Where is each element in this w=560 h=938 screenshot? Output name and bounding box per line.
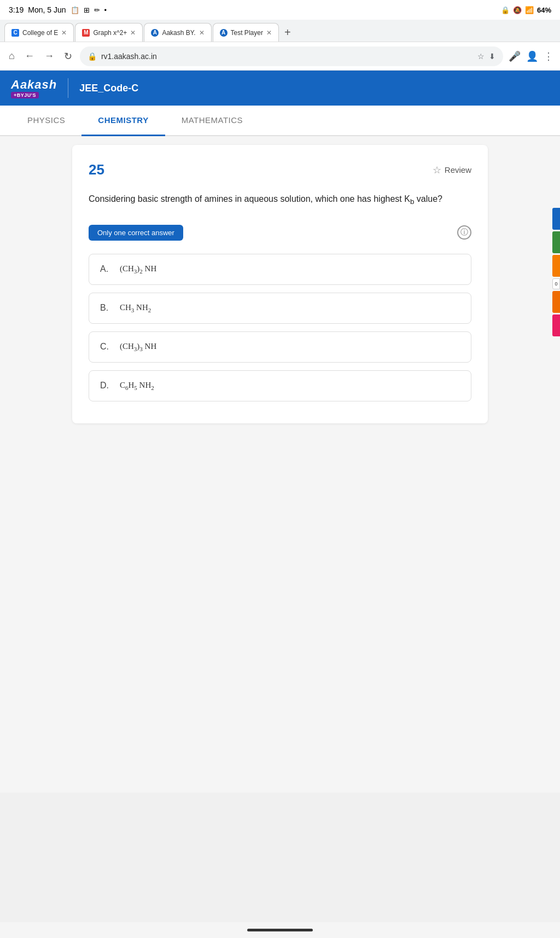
back-button[interactable]: ← xyxy=(22,48,37,64)
question-text-main: Considering basic strength of amines in … xyxy=(89,194,410,203)
forward-button[interactable]: → xyxy=(42,48,56,64)
question-text: Considering basic strength of amines in … xyxy=(89,191,471,208)
side-indicator-orange2 xyxy=(552,291,560,313)
status-left: 3:19 Mon, 5 Jun 📋 ⊞ ✏ • xyxy=(9,5,107,14)
tab-chemistry[interactable]: CHEMISTRY xyxy=(81,106,165,136)
tab-mathematics[interactable]: MATHEMATICS xyxy=(165,106,259,136)
tab-title-college: College of E xyxy=(22,29,58,37)
option-b-text: CH3 NH2 xyxy=(120,303,151,313)
tab-title-testplayer: Test Player xyxy=(231,29,263,37)
option-a[interactable]: A. (CH3)2 NH xyxy=(89,254,471,285)
cast-icon: ⊞ xyxy=(84,6,90,14)
side-indicator-orange xyxy=(552,255,560,277)
review-label: Review xyxy=(445,165,471,174)
side-counter: 0 xyxy=(552,278,560,289)
status-date: Mon, 5 Jun xyxy=(28,5,66,14)
url-bar[interactable]: 🔒 rv1.aakash.ac.in ☆ ⬇ xyxy=(80,46,503,66)
phone-icon: 📋 xyxy=(71,6,79,14)
header-title: JEE_Code-C xyxy=(79,83,138,94)
info-icon[interactable]: ⓘ xyxy=(457,225,471,240)
side-indicator-green xyxy=(552,231,560,253)
pencil-icon: ✏ xyxy=(94,6,100,14)
tab-graph[interactable]: M Graph x^2+ ✕ xyxy=(75,23,143,42)
option-b-label: B. xyxy=(100,303,111,313)
tab-title-graph: Graph x^2+ xyxy=(93,29,127,37)
option-b[interactable]: B. CH3 NH2 xyxy=(89,293,471,324)
option-d-label: D. xyxy=(100,381,111,391)
option-c-label: C. xyxy=(100,342,111,352)
lock-url-icon: 🔒 xyxy=(88,52,97,61)
tab-bar: C College of E ✕ M Graph x^2+ ✕ A Aakash… xyxy=(0,20,560,42)
tab-testplayer[interactable]: A Test Player ✕ xyxy=(213,23,279,42)
dot-icon: • xyxy=(104,6,107,14)
side-indicator-pink xyxy=(552,314,560,336)
download-icon[interactable]: ⬇ xyxy=(489,52,495,61)
tab-favicon-aakash: A xyxy=(151,29,159,37)
option-d-text: C6H5 NH2 xyxy=(120,381,154,391)
bookmark-icon[interactable]: ☆ xyxy=(477,52,485,61)
star-icon: ☆ xyxy=(433,164,441,176)
logo-main-text: Aakash xyxy=(11,78,57,92)
tab-close-testplayer[interactable]: ✕ xyxy=(266,29,272,37)
option-a-text: (CH3)2 NH xyxy=(120,264,156,275)
header-divider xyxy=(68,78,68,98)
question-text-end: value? xyxy=(414,194,442,203)
option-c-text: (CH3)3 NH xyxy=(120,342,156,352)
mic-icon[interactable]: 🎤 xyxy=(509,50,521,62)
tab-college[interactable]: C College of E ✕ xyxy=(4,23,74,42)
question-card: 25 ☆ Review Considering basic strength o… xyxy=(72,145,488,423)
options-list: A. (CH3)2 NH B. CH3 NH2 C. (CH3)3 NH xyxy=(89,254,471,401)
option-c[interactable]: C. (CH3)3 NH xyxy=(89,331,471,363)
tab-close-graph[interactable]: ✕ xyxy=(130,29,136,37)
tab-aakash[interactable]: A Aakash BY. ✕ xyxy=(144,23,211,42)
tab-close-aakash[interactable]: ✕ xyxy=(199,29,205,37)
subject-tabs: PHYSICS CHEMISTRY MATHEMATICS xyxy=(0,106,560,136)
address-bar: ⌂ ← → ↻ 🔒 rv1.aakash.ac.in ☆ ⬇ 🎤 👤 ⋮ xyxy=(0,42,560,71)
tab-close-college[interactable]: ✕ xyxy=(61,29,67,37)
status-right: 🔒 🔕 📶 64% xyxy=(501,6,551,14)
bottom-bar xyxy=(0,922,560,938)
option-d[interactable]: D. C6H5 NH2 xyxy=(89,370,471,401)
logo-byju-text: +BYJU'S xyxy=(11,92,39,98)
question-number: 25 xyxy=(89,161,104,178)
mute-icon: 🔕 xyxy=(513,6,522,14)
home-button[interactable]: ⌂ xyxy=(7,48,17,64)
status-bar: 3:19 Mon, 5 Jun 📋 ⊞ ✏ • 🔒 🔕 📶 64% xyxy=(0,0,560,20)
menu-icon[interactable]: ⋮ xyxy=(544,50,553,62)
aakash-logo: Aakash +BYJU'S xyxy=(11,78,57,98)
tab-favicon-college: C xyxy=(11,29,19,37)
toolbar-icons: 🎤 👤 ⋮ xyxy=(509,50,553,62)
refresh-button[interactable]: ↻ xyxy=(62,48,74,65)
answer-type-row: Only one correct answer ⓘ xyxy=(89,225,471,241)
option-a-label: A. xyxy=(100,264,111,274)
answer-type-badge: Only one correct answer xyxy=(89,225,183,241)
question-header: 25 ☆ Review xyxy=(89,161,471,178)
tab-favicon-testplayer: A xyxy=(220,29,228,37)
review-button[interactable]: ☆ Review xyxy=(433,164,471,176)
new-tab-button[interactable]: + xyxy=(280,26,295,39)
tab-favicon-graph: M xyxy=(82,29,90,37)
aakash-header: Aakash +BYJU'S JEE_Code-C xyxy=(0,71,560,106)
side-indicator-blue xyxy=(552,208,560,230)
bottom-indicator xyxy=(247,929,313,931)
url-text: rv1.aakash.ac.in xyxy=(101,52,473,61)
lock-icon: 🔒 xyxy=(501,6,510,14)
main-content: 25 ☆ Review Considering basic strength o… xyxy=(0,136,560,793)
tab-physics[interactable]: PHYSICS xyxy=(11,106,81,136)
wifi-icon: 📶 xyxy=(525,6,534,14)
side-panel: 0 xyxy=(552,208,560,336)
tab-title-aakash: Aakash BY. xyxy=(162,29,195,37)
profile-icon[interactable]: 👤 xyxy=(526,50,538,62)
status-time: 3:19 xyxy=(9,5,24,14)
battery-level: 64% xyxy=(537,6,551,14)
